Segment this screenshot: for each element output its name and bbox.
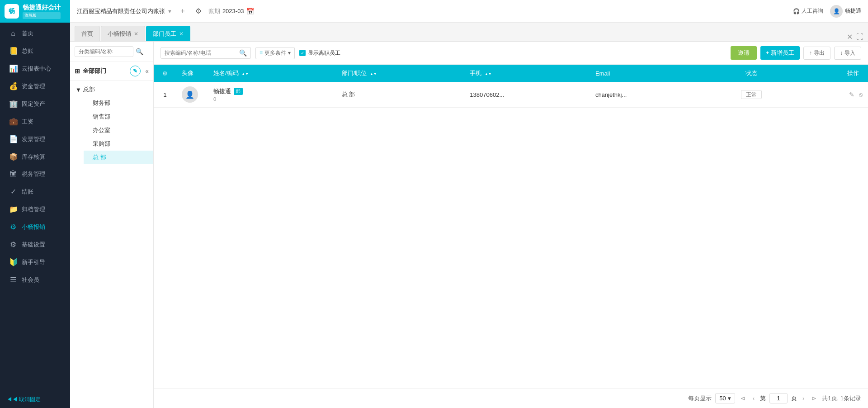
employee-email: chanjethkj... bbox=[595, 91, 627, 98]
sidebar-item-more[interactable]: ☰ 社会员 bbox=[0, 271, 70, 289]
settings-icon: ⚙ bbox=[9, 240, 17, 249]
col-dept[interactable]: 部门/职位 ▲▼ bbox=[336, 65, 465, 82]
sidebar-item-tax[interactable]: 🏛 税务管理 bbox=[0, 166, 70, 183]
inventory-icon: 📦 bbox=[9, 152, 17, 161]
first-page-button[interactable]: ⊲ bbox=[739, 395, 747, 402]
search-icon[interactable]: 🔍 bbox=[239, 49, 247, 57]
ledger-icon: 📒 bbox=[9, 47, 17, 55]
edit-employee-button[interactable]: ✎ bbox=[849, 91, 854, 98]
next-page-button[interactable]: › bbox=[801, 395, 806, 402]
sidebar-item-checkout[interactable]: ✓ 结账 bbox=[0, 183, 70, 200]
tabs-actions: ✕ ⛶ bbox=[847, 33, 868, 41]
company-selector[interactable]: 江西服宝精品有限责任公司内账张 ▼ bbox=[77, 7, 172, 15]
row-email-cell: chanjethkj... bbox=[590, 82, 707, 108]
employee-table: ⚙ 头像 姓名/编码 ▲▼ 部门/职位 ▲▼ bbox=[154, 65, 868, 108]
sidebar-item-wages[interactable]: 💼 工资 bbox=[0, 113, 70, 130]
show-resigned-checkbox[interactable]: ✓ bbox=[299, 50, 306, 56]
export-button[interactable]: ↑ 导出 bbox=[803, 47, 830, 60]
assets-icon: 🏢 bbox=[9, 100, 17, 108]
dept-sort-icon: ▲▼ bbox=[370, 72, 377, 76]
sidebar-item-ledger[interactable]: 📒 总账 bbox=[0, 42, 70, 60]
col-settings[interactable]: ⚙ bbox=[154, 65, 176, 82]
dept-search-input[interactable] bbox=[75, 46, 133, 57]
tab-home[interactable]: 首页 bbox=[75, 26, 100, 41]
dept-edit-button[interactable]: ✎ bbox=[130, 66, 141, 76]
sidebar-item-home[interactable]: ⌂ 首页 bbox=[0, 25, 70, 42]
employee-dept: 总 部 bbox=[342, 91, 355, 98]
tab-expense-close[interactable]: ✕ bbox=[134, 31, 138, 37]
phone-sort-icon: ▲▼ bbox=[485, 72, 492, 76]
dept-tree-item-general[interactable]: 总 部 bbox=[84, 151, 153, 164]
employee-search-box: 🔍 bbox=[160, 47, 251, 59]
guide-icon: 🔰 bbox=[9, 258, 17, 266]
dept-tree-item-root[interactable]: ▼ 总部 bbox=[70, 83, 153, 96]
dept-tree-item-purchase[interactable]: 采购部 bbox=[84, 137, 153, 151]
employee-search-input[interactable] bbox=[165, 50, 237, 56]
sidebar-item-settings[interactable]: ⚙ 基础设置 bbox=[0, 236, 70, 253]
tabs-bar: 首页 小畅报销 ✕ 部门员工 ✕ ✕ ⛶ bbox=[70, 23, 868, 42]
dept-tree-item-office[interactable]: 办公室 bbox=[84, 123, 153, 137]
company-dropdown-icon: ▼ bbox=[167, 9, 172, 14]
sidebar-item-expense[interactable]: ⚙ 小畅报销 bbox=[0, 218, 70, 236]
filter-icon: ≡ bbox=[259, 50, 263, 56]
sidebar-item-funds[interactable]: 💰 资金管理 bbox=[0, 77, 70, 95]
checkout-icon: ✓ bbox=[9, 187, 17, 196]
avatar-icon: 👤 bbox=[833, 8, 840, 14]
sidebar-item-label: 资金管理 bbox=[22, 82, 45, 90]
invoice-icon: 📄 bbox=[9, 135, 17, 143]
col-name[interactable]: 姓名/编码 ▲▼ bbox=[208, 65, 336, 82]
show-resigned-toggle[interactable]: ✓ 显示离职员工 bbox=[299, 49, 340, 57]
table-row: 1 👤 畅捷通 部 bbox=[154, 82, 868, 108]
dept-tree-item-sales[interactable]: 销售部 bbox=[84, 110, 153, 123]
col-status: 状态 bbox=[707, 65, 795, 82]
topbar: 江西服宝精品有限责任公司内账张 ▼ ＋ ⚙ 账期 2023-03 📅 🎧 人工咨… bbox=[70, 0, 868, 23]
more-icon: ☰ bbox=[9, 275, 17, 284]
add-company-button[interactable]: ＋ bbox=[177, 6, 189, 16]
expand-icon: ▼ bbox=[75, 86, 81, 93]
sidebar-item-guide[interactable]: 🔰 新手引导 bbox=[0, 253, 70, 271]
expand-tab-icon[interactable]: ⛶ bbox=[856, 33, 863, 41]
sidebar-item-reports[interactable]: 📊 云报表中心 bbox=[0, 60, 70, 77]
dept-collapse-icon[interactable]: « bbox=[145, 67, 149, 75]
sidebar-unpin-button[interactable]: ◀◀ 取消固定 bbox=[0, 391, 70, 408]
company-settings-button[interactable]: ⚙ bbox=[193, 7, 204, 15]
last-page-button[interactable]: ⊳ bbox=[810, 395, 818, 402]
close-tab-icon[interactable]: ✕ bbox=[847, 33, 853, 41]
tab-employees-close[interactable]: ✕ bbox=[179, 31, 184, 37]
app-title: 畅捷通好会计 bbox=[23, 4, 61, 11]
col-phone[interactable]: 手机 ▲▼ bbox=[464, 65, 590, 82]
tab-expense[interactable]: 小畅报销 ✕ bbox=[101, 26, 145, 41]
period-label: 账期 bbox=[208, 7, 220, 15]
sidebar-item-assets[interactable]: 🏢 固定资产 bbox=[0, 95, 70, 113]
sidebar-item-invoice[interactable]: 📄 发票管理 bbox=[0, 130, 70, 148]
sidebar-item-label: 库存核算 bbox=[22, 153, 45, 161]
user-menu[interactable]: 👤 畅捷通 bbox=[830, 5, 861, 18]
dept-tree-item-finance[interactable]: 财务部 bbox=[84, 96, 153, 110]
tab-employees[interactable]: 部门员工 ✕ bbox=[146, 26, 190, 41]
employee-avatar: 👤 bbox=[182, 86, 198, 103]
delete-employee-button[interactable]: ⎋ bbox=[859, 91, 863, 98]
pagination-total: 共1页, 1条记录 bbox=[822, 394, 861, 403]
pagination-bar: 每页显示 50 ▾ ⊲ ‹ 第 页 › ⊳ 共1页, 1条记录 bbox=[154, 388, 868, 408]
dept-search-icon[interactable]: 🔍 bbox=[136, 48, 143, 55]
period-selector[interactable]: 账期 2023-03 📅 bbox=[208, 7, 254, 15]
sidebar-item-archive[interactable]: 📁 归档管理 bbox=[0, 200, 70, 218]
sidebar-item-label: 首页 bbox=[22, 29, 33, 38]
per-page-value: 50 bbox=[719, 395, 726, 402]
prev-page-button[interactable]: ‹ bbox=[751, 395, 756, 402]
logo-icon: 畅 bbox=[5, 4, 19, 19]
show-resigned-label: 显示离职员工 bbox=[308, 49, 340, 57]
page-label-prefix: 第 bbox=[760, 394, 766, 403]
sidebar-item-label: 工资 bbox=[22, 118, 33, 126]
import-button[interactable]: ↓ 导入 bbox=[834, 47, 861, 60]
import-icon: ↓ bbox=[840, 50, 843, 56]
per-page-selector[interactable]: 50 ▾ bbox=[715, 393, 735, 403]
page-number-input[interactable] bbox=[769, 393, 788, 403]
support-button[interactable]: 🎧 人工咨询 bbox=[793, 7, 823, 15]
invite-button[interactable]: 邀请 bbox=[731, 46, 757, 60]
filter-button[interactable]: ≡ 更多条件 ▾ bbox=[255, 47, 295, 59]
add-employee-button[interactable]: + 新增员工 bbox=[760, 46, 800, 60]
sidebar-item-label: 归档管理 bbox=[22, 205, 45, 213]
sidebar-item-inventory[interactable]: 📦 库存核算 bbox=[0, 148, 70, 166]
funds-icon: 💰 bbox=[9, 82, 17, 90]
